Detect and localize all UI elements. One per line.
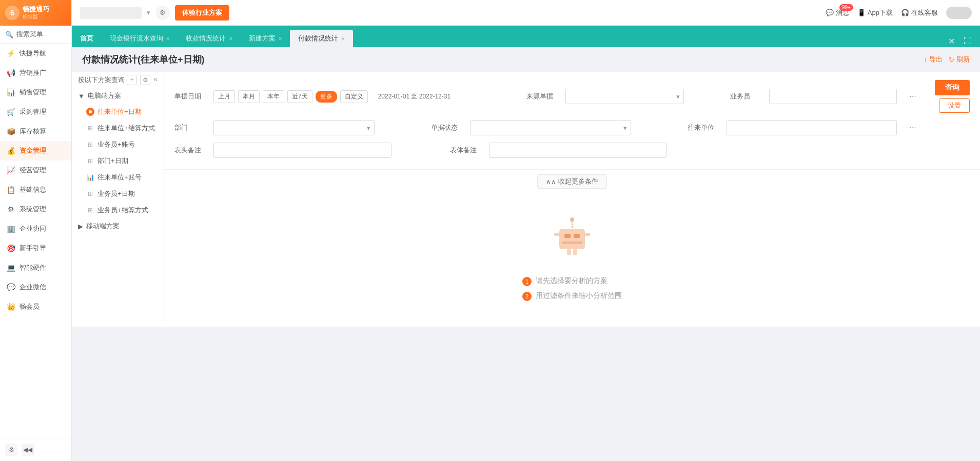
tip-num-1: 1 — [522, 277, 532, 286]
scheme-item-staff-account[interactable]: ⊞ 业务员+账号 — [72, 136, 164, 153]
collapse-section: ∧∧ 收起更多条件 — [164, 170, 980, 193]
header-note-input[interactable] — [213, 143, 391, 158]
sidebar-item-inventory[interactable]: 📦 库存核算 — [0, 122, 71, 141]
mobile-category-arrow-icon: ▶ — [78, 223, 83, 230]
tab-bank-flow[interactable]: 现金银行流水查询 × — [102, 30, 178, 47]
sidebar-item-hardware[interactable]: 💻 智能硬件 — [0, 258, 71, 277]
scheme-item-dept-date[interactable]: ⊞ 部门+日期 — [72, 153, 164, 169]
tab-new-scheme[interactable]: 新建方案 × — [241, 30, 290, 47]
sidebar-item-marketing[interactable]: 📢 营销推广 — [0, 63, 71, 83]
company-dropdown-icon[interactable]: ▾ — [147, 9, 150, 16]
settings-icon[interactable]: ⚙ — [5, 444, 17, 456]
sidebar-item-label: 销售管理 — [19, 88, 46, 97]
scheme-collapse-btn[interactable]: « — [153, 75, 158, 85]
scheme-item-partner-date[interactable]: 往来单位+日期 — [72, 104, 164, 120]
sidebar-item-basic[interactable]: 📋 基础信息 — [0, 180, 71, 199]
collapse-label: 收起更多条件 — [558, 177, 598, 186]
search-menu[interactable]: 🔍 搜索菜单 — [0, 26, 71, 44]
tab-actions: ✕ ⛶ — [939, 35, 980, 47]
company-name-display — [80, 7, 142, 19]
sidebar-item-sales[interactable]: 📊 销售管理 — [0, 83, 71, 102]
scheme-item-staff-date[interactable]: ⊞ 业务员+日期 — [72, 186, 164, 202]
online-service-btn[interactable]: 🎧 在线客服 — [901, 8, 938, 17]
collapse-conditions-btn[interactable]: ∧∧ 收起更多条件 — [537, 174, 607, 189]
sidebar-item-member[interactable]: 👑 畅会员 — [0, 297, 71, 316]
tab-receipt-stats-label: 收款情况统计 — [186, 34, 226, 43]
scheme-add-btn[interactable]: + — [127, 75, 137, 85]
svg-rect-7 — [585, 233, 590, 236]
scheme-table-icon: ⊞ — [86, 124, 94, 132]
scheme-chart-icon: 📊 — [86, 173, 94, 182]
sidebar-item-wechat[interactable]: 💬 企业微信 — [0, 277, 71, 297]
sidebar-item-system[interactable]: ⚙ 系统管理 — [0, 199, 71, 219]
settings-btn[interactable]: 设置 — [939, 98, 970, 113]
tab-home[interactable]: 首页 — [72, 30, 102, 47]
refresh-label: 刷新 — [956, 55, 970, 64]
date-btn-last-7-days[interactable]: 近7天 — [287, 90, 312, 103]
scheme-settings-btn[interactable]: ⚙ — [140, 75, 150, 85]
tab-payment-stats[interactable]: 付款情况统计 × — [290, 30, 352, 47]
collapse-sidebar-icon[interactable]: ◀◀ — [22, 444, 34, 456]
main-content: ▾ ⚙ 体验行业方案 💬 消息 99+ 📱 App下载 🎧 在线客服 首页 — [72, 0, 980, 461]
empty-state-svg — [546, 213, 598, 265]
sidebar-item-enterprise[interactable]: 🏢 企业协同 — [0, 219, 71, 238]
date-btn-this-year[interactable]: 本年 — [263, 90, 284, 103]
desktop-scheme-category[interactable]: ▼ 电脑端方案 — [72, 88, 164, 104]
svg-rect-6 — [554, 233, 559, 236]
filter-row-2: 部门 ▾ 单据状态 ▾ 往来单位 — [174, 120, 970, 135]
scheme-panel-header: 按以下方案查询 + ⚙ « — [72, 72, 164, 88]
sidebar-item-finance[interactable]: 💰 资金管理 — [0, 141, 71, 161]
tab-receipt-stats[interactable]: 收款情况统计 × — [178, 30, 240, 47]
date-btn-this-month[interactable]: 本月 — [238, 90, 260, 103]
user-avatar[interactable] — [946, 7, 972, 19]
partner-input[interactable] — [727, 120, 897, 135]
sidebar: 6 畅捷通巧 标准版 🔍 搜索菜单 ⚡ 快捷导航 📢 营销推广 📊 销售管理 🛒… — [0, 0, 72, 461]
staff-input[interactable] — [769, 89, 897, 104]
marketing-icon: 📢 — [6, 68, 15, 77]
search-menu-label: 搜索菜单 — [16, 30, 43, 39]
tab-maximize-btn[interactable]: ⛶ — [962, 35, 974, 47]
svg-rect-4 — [567, 249, 571, 255]
tab-payment-stats-close[interactable]: × — [341, 35, 344, 42]
date-btn-last-month[interactable]: 上月 — [213, 90, 235, 103]
svg-point-9 — [570, 217, 574, 222]
sidebar-item-operation[interactable]: 📈 经营管理 — [0, 161, 71, 180]
body-note-input[interactable] — [489, 143, 667, 158]
topbar-right: 💬 消息 99+ 📱 App下载 🎧 在线客服 — [826, 7, 972, 19]
partner-dots-btn[interactable]: ··· — [905, 123, 920, 132]
scheme-item-partner-account[interactable]: 📊 往来单位+账号 — [72, 169, 164, 186]
tab-receipt-stats-close[interactable]: × — [229, 35, 232, 42]
staff-dots-btn[interactable]: ··· — [905, 92, 920, 101]
sidebar-item-guide[interactable]: 🎯 新手引导 — [0, 238, 71, 258]
messages-btn[interactable]: 💬 消息 99+ — [826, 8, 849, 17]
date-btn-custom[interactable]: 自定义 — [340, 90, 368, 103]
export-btn[interactable]: ↑ 导出 — [924, 55, 943, 64]
sidebar-item-label: 智能硬件 — [19, 263, 46, 272]
tab-close-all-btn[interactable]: ✕ — [945, 35, 957, 47]
tab-bank-flow-close[interactable]: × — [166, 35, 169, 42]
tab-payment-stats-label: 付款情况统计 — [298, 34, 338, 43]
sidebar-item-label: 畅会员 — [19, 302, 40, 311]
trial-btn[interactable]: 体验行业方案 — [175, 5, 229, 21]
date-btn-more[interactable]: 更多 — [316, 91, 337, 103]
sidebar-item-purchase[interactable]: 🛒 采购管理 — [0, 102, 71, 122]
online-service-label: 在线客服 — [911, 8, 938, 17]
dept-select[interactable] — [213, 120, 375, 135]
topbar-settings-icon[interactable]: ⚙ — [155, 6, 170, 20]
system-icon: ⚙ — [6, 205, 15, 214]
tab-bar: 首页 现金银行流水查询 × 收款情况统计 × 新建方案 × 付款情况统计 × ✕… — [72, 26, 980, 47]
scheme-item-label: 往来单位+账号 — [97, 173, 142, 182]
query-btn[interactable]: 查询 — [935, 80, 970, 95]
scheme-item-staff-settle[interactable]: ⊞ 业务员+结算方式 — [72, 202, 164, 218]
voucher-status-select[interactable] — [470, 120, 631, 135]
source-select[interactable] — [565, 89, 684, 104]
app-download-btn[interactable]: 📱 App下载 — [857, 8, 893, 17]
tab-new-scheme-close[interactable]: × — [279, 35, 282, 42]
scheme-item-partner-settle[interactable]: ⊞ 往来单位+结算方式 — [72, 120, 164, 136]
mobile-scheme-category[interactable]: ▶ 移动端方案 — [72, 218, 164, 234]
mobile-category-label: 移动端方案 — [86, 222, 120, 231]
sidebar-item-quick-nav[interactable]: ⚡ 快捷导航 — [0, 44, 71, 63]
date-label: 单据日期 — [174, 92, 205, 101]
refresh-btn[interactable]: ↻ 刷新 — [949, 55, 970, 64]
sidebar-item-label: 经营管理 — [19, 166, 46, 175]
